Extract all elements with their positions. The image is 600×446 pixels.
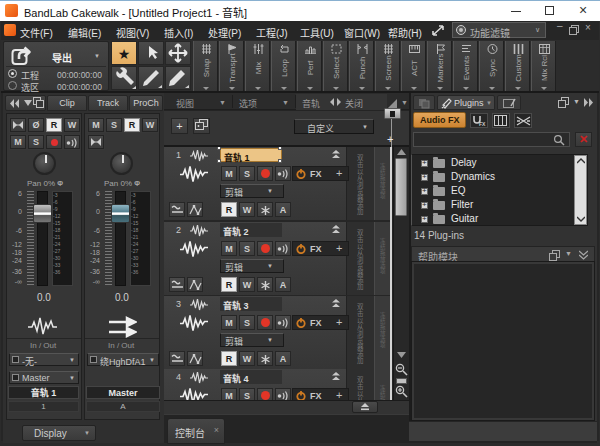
svg-text:FX: FX xyxy=(479,121,486,127)
